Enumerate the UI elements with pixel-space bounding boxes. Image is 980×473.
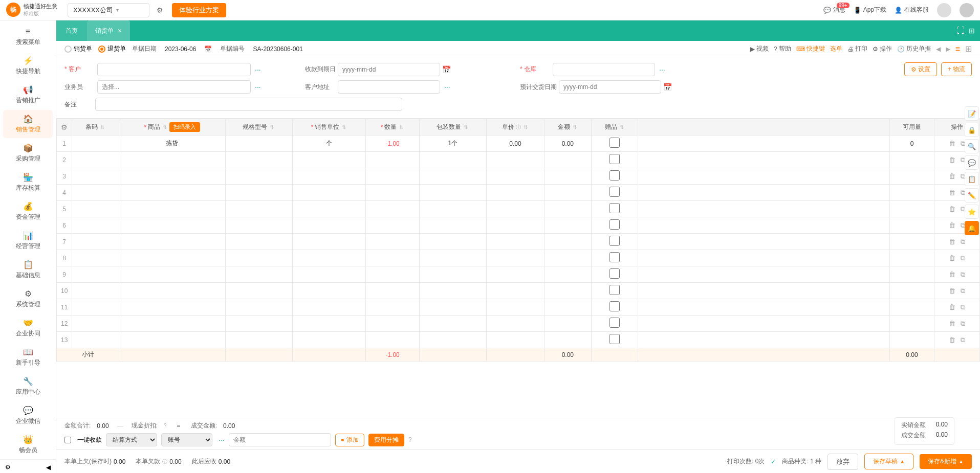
payment-due-input[interactable] [338,63,440,76]
history-link[interactable]: 🕐 历史单据 [897,44,931,53]
warehouse-dots[interactable]: ··· [659,65,665,74]
delete-icon[interactable]: 🗑 [949,238,955,245]
save-draft-button[interactable]: 保存草稿 ▲ [864,454,913,469]
side-btn-7[interactable]: ⭐ [965,205,979,219]
trial-button[interactable]: 体验行业方案 [172,3,226,17]
calendar-icon-2[interactable]: 📅 [442,65,451,74]
salesperson-dots[interactable]: ··· [255,83,261,91]
sidebar-item-quick-nav[interactable]: ⚡ 快捷导航 [3,52,53,80]
account-dots[interactable]: ··· [219,436,225,444]
customer-dots[interactable]: ··· [255,65,261,74]
delete-icon[interactable]: 🗑 [949,271,955,278]
gift-checkbox[interactable] [609,334,620,344]
gift-checkbox[interactable] [609,203,620,213]
nav-next-icon[interactable]: ▶ [946,46,950,53]
delete-icon[interactable]: 🗑 [949,205,955,213]
customer-address-input[interactable] [338,80,440,94]
remarks-input[interactable] [95,98,402,111]
sidebar-item-app-center[interactable]: 🔧 应用中心 [3,372,53,400]
gift-checkbox[interactable] [609,138,620,148]
save-new-button[interactable]: 保存&新增 ▲ [920,454,972,469]
delete-icon[interactable]: 🗑 [949,189,955,196]
gift-checkbox[interactable] [609,268,620,279]
print-link[interactable]: 🖨 打印 [847,44,867,53]
th-gear[interactable]: ⚙ [57,119,72,136]
delete-icon[interactable]: 🗑 [949,221,955,229]
add-button[interactable]: ● 添加 [335,434,364,446]
gift-checkbox[interactable] [609,252,620,262]
copy-icon[interactable]: ⧉ [961,320,965,327]
delivery-date-input[interactable] [559,80,661,94]
delete-icon[interactable]: 🗑 [949,287,955,295]
gift-checkbox[interactable] [609,318,620,328]
scan-button[interactable]: 扫码录入 [169,122,200,132]
delete-icon[interactable]: 🗑 [949,303,955,311]
list-view-icon[interactable]: ≡ [955,44,960,54]
abandon-button[interactable]: 放弃 [827,454,858,470]
fee-help-icon[interactable]: ? [408,436,412,443]
sidebar-collapse-icon[interactable]: ◀ [46,464,51,471]
video-link[interactable]: ▶ 视频 [750,44,769,53]
customer-input[interactable] [97,63,251,76]
select-link[interactable]: 选单 [830,44,842,53]
copy-icon[interactable]: ⧉ [961,254,965,262]
warehouse-input[interactable]: 建材仓 [553,63,655,76]
sidebar-item-search[interactable]: ≡ 搜索菜单 [3,23,53,51]
payment-method-select[interactable]: 结算方式 [106,433,157,446]
radio-return[interactable]: 退货单 [98,44,126,53]
nav-prev-icon[interactable]: ◀ [936,46,941,53]
one-click-payment-checkbox[interactable] [64,437,71,443]
delete-icon[interactable]: 🗑 [949,254,955,262]
copy-icon[interactable]: ⧉ [961,287,965,295]
salesperson-input[interactable] [97,80,251,94]
tab-sale-order[interactable]: 销货单 × [87,20,130,41]
payment-amount-input[interactable] [229,433,331,446]
message-button[interactable]: 💬 消息 99+ [823,6,845,14]
expand-icon[interactable]: ⛶ [956,26,965,35]
sidebar-item-finance[interactable]: 💰 资金管理 [3,197,53,226]
calendar-icon[interactable]: 📅 [204,46,212,53]
delete-icon[interactable]: 🗑 [949,172,955,180]
side-btn-8[interactable]: 🔔 [965,221,979,235]
side-btn-1[interactable]: 📝 [965,106,979,121]
side-btn-5[interactable]: 📋 [965,172,979,186]
sidebar-item-guide[interactable]: 📖 新手引导 [3,343,53,371]
gift-checkbox[interactable] [609,285,620,295]
sidebar-item-inventory[interactable]: 🏪 库存核算 [3,168,53,196]
company-selector[interactable]: XXXXXX公司 ▾ [68,3,149,17]
logistics-button[interactable]: + 物流 [941,62,972,76]
account-select[interactable]: 账号 [161,433,212,446]
gift-checkbox[interactable] [609,154,620,164]
side-btn-3[interactable]: 🔍 [965,139,979,153]
side-btn-2[interactable]: 🔒 [965,123,979,137]
sidebar-item-vip[interactable]: 👑 畅会员 [3,431,53,459]
copy-icon[interactable]: ⧉ [961,271,965,278]
radio-sale[interactable]: 销货单 [64,44,92,53]
sidebar-item-system[interactable]: ⚙ 系统管理 [3,285,53,313]
sidebar-gear-icon[interactable]: ⚙ [5,464,11,471]
gift-checkbox[interactable] [609,187,620,197]
layout-icon[interactable]: ⊞ [969,27,975,35]
copy-icon[interactable]: ⧉ [961,336,965,344]
shortcut-link[interactable]: ⌨ 快捷键 [796,44,825,53]
customer-address-dots[interactable]: ··· [444,83,450,91]
sidebar-item-operations[interactable]: 📊 经营管理 [3,227,53,255]
delete-icon[interactable]: 🗑 [949,140,955,147]
gift-checkbox[interactable] [609,170,620,181]
tab-close-icon[interactable]: × [118,27,122,35]
discount-info-icon[interactable]: ? [164,423,167,429]
side-btn-6[interactable]: ✏️ [965,188,979,202]
grid-view-icon[interactable]: ⊞ [965,44,972,54]
delete-icon[interactable]: 🗑 [949,320,955,327]
tab-home[interactable]: 首页 [56,20,87,41]
sidebar-item-enterprise[interactable]: 🤝 企业协同 [3,314,53,342]
sidebar-item-basic-info[interactable]: 📋 基础信息 [3,256,53,284]
online-service-button[interactable]: 👤 在线客服 [895,6,929,14]
delete-icon[interactable]: 🗑 [949,156,955,164]
help-link[interactable]: ? 帮助 [774,44,791,53]
avatar[interactable] [937,3,951,17]
side-btn-4[interactable]: 💬 [965,155,979,170]
table-container[interactable]: ⚙ 条码 ⇅ * 商品 ⇅ [56,119,980,418]
gift-checkbox[interactable] [609,236,620,246]
settings-icon[interactable]: ⚙ [153,3,167,17]
